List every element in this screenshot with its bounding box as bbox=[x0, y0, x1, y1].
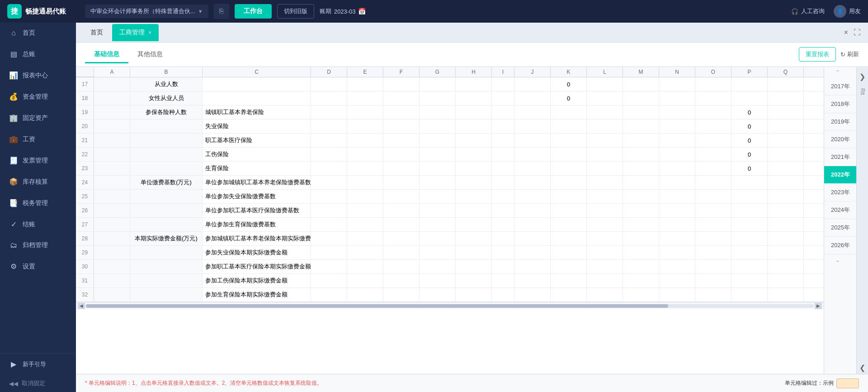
cell-27-j[interactable] bbox=[514, 218, 551, 231]
cell-18-c[interactable] bbox=[203, 91, 311, 105]
cell-18-i[interactable] bbox=[492, 91, 514, 105]
cell-26-b[interactable] bbox=[130, 204, 203, 217]
cell-28-e[interactable] bbox=[347, 232, 383, 245]
scroll-right-button[interactable]: ▶ bbox=[815, 303, 822, 309]
cell-30-i[interactable] bbox=[492, 260, 514, 273]
cell-20-i[interactable] bbox=[492, 120, 514, 133]
cell-19-m[interactable] bbox=[623, 105, 659, 119]
window-close-icon[interactable]: × bbox=[844, 29, 848, 37]
cell-21-o[interactable] bbox=[695, 134, 731, 147]
sub-tab-other[interactable]: 其他信息 bbox=[128, 47, 172, 63]
cell-28-q[interactable] bbox=[768, 232, 804, 245]
cell-22-m[interactable] bbox=[623, 148, 659, 161]
cell-20-a[interactable] bbox=[94, 120, 130, 133]
cell-19-g[interactable] bbox=[420, 105, 456, 119]
cell-21-g[interactable] bbox=[420, 134, 456, 147]
cell-22-p[interactable]: 0 bbox=[731, 148, 768, 161]
year-item-2025[interactable]: 2025年 bbox=[824, 219, 856, 237]
cell-17-n[interactable] bbox=[659, 77, 695, 91]
cell-27-d[interactable] bbox=[311, 218, 347, 231]
cell-27-f[interactable] bbox=[383, 218, 420, 231]
cell-26-o[interactable] bbox=[695, 204, 731, 217]
cell-25-g[interactable] bbox=[420, 190, 456, 203]
cell-22-h[interactable] bbox=[456, 148, 492, 161]
cell-27-n[interactable] bbox=[659, 218, 695, 231]
cell-29-b[interactable] bbox=[130, 246, 203, 259]
cell-30-q[interactable] bbox=[768, 260, 804, 273]
cell-28-g[interactable] bbox=[420, 232, 456, 245]
cell-18-p[interactable] bbox=[731, 91, 768, 105]
cell-18-m[interactable] bbox=[623, 91, 659, 105]
cell-19-c[interactable]: 城镇职工基本养老保险 bbox=[203, 105, 311, 119]
cell-23-h[interactable] bbox=[456, 162, 492, 175]
cell-31-d[interactable] bbox=[311, 274, 347, 287]
cell-29-f[interactable] bbox=[383, 246, 420, 259]
cell-28-p[interactable] bbox=[731, 232, 768, 245]
cell-24-j[interactable] bbox=[514, 176, 551, 189]
cell-21-l[interactable] bbox=[587, 134, 623, 147]
cell-17-d[interactable] bbox=[311, 77, 347, 91]
cell-32-e[interactable] bbox=[347, 288, 383, 301]
cell-24-l[interactable] bbox=[587, 176, 623, 189]
cell-23-k[interactable] bbox=[551, 162, 587, 175]
cell-19-l[interactable] bbox=[587, 105, 623, 119]
cell-19-b[interactable]: 参保各险种人数 bbox=[130, 105, 203, 119]
cell-18-q[interactable] bbox=[768, 91, 804, 105]
cell-31-e[interactable] bbox=[347, 274, 383, 287]
cell-28-d[interactable] bbox=[311, 232, 347, 245]
cell-17-e[interactable] bbox=[347, 77, 383, 91]
sidebar-item-payroll[interactable]: 💼 工资 bbox=[0, 129, 76, 150]
sidebar-item-guide[interactable]: ▶ 新手引导 bbox=[0, 354, 76, 375]
cell-28-a[interactable] bbox=[94, 232, 130, 245]
cell-23-p[interactable]: 0 bbox=[731, 162, 768, 175]
cell-29-l[interactable] bbox=[587, 246, 623, 259]
cell-19-f[interactable] bbox=[383, 105, 420, 119]
cell-23-n[interactable] bbox=[659, 162, 695, 175]
cell-17-p[interactable] bbox=[731, 77, 768, 91]
cell-25-j[interactable] bbox=[514, 190, 551, 203]
cell-21-i[interactable] bbox=[492, 134, 514, 147]
year-item-2026[interactable]: 2026年 bbox=[824, 237, 856, 254]
cell-22-l[interactable] bbox=[587, 148, 623, 161]
cell-20-d[interactable] bbox=[311, 120, 347, 133]
cell-28-n[interactable] bbox=[659, 232, 695, 245]
cell-32-b[interactable] bbox=[130, 288, 203, 301]
cell-26-i[interactable] bbox=[492, 204, 514, 217]
cell-28-b[interactable]: 本期实际缴费金额(万元) bbox=[130, 232, 203, 245]
cell-17-a[interactable] bbox=[94, 77, 130, 91]
cell-17-j[interactable] bbox=[514, 77, 551, 91]
cell-24-c[interactable]: 单位参加城镇职工基本养老保险缴费基数 bbox=[203, 176, 311, 189]
window-expand-icon[interactable]: ⛶ bbox=[854, 29, 861, 37]
sub-tab-basic[interactable]: 基础信息 bbox=[85, 47, 128, 63]
consult-area[interactable]: 🎧 人工咨询 bbox=[791, 7, 825, 15]
cell-26-q[interactable] bbox=[768, 204, 804, 217]
cell-19-a[interactable] bbox=[94, 105, 130, 119]
cell-24-n[interactable] bbox=[659, 176, 695, 189]
cell-29-h[interactable] bbox=[456, 246, 492, 259]
cell-25-k[interactable] bbox=[551, 190, 587, 203]
cell-19-p[interactable]: 0 bbox=[731, 105, 768, 119]
cell-20-c[interactable]: 失业保险 bbox=[203, 120, 311, 133]
cell-28-j[interactable] bbox=[514, 232, 551, 245]
cell-32-m[interactable] bbox=[623, 288, 659, 301]
cell-25-h[interactable] bbox=[456, 190, 492, 203]
year-item-2018[interactable]: 2018年 bbox=[824, 96, 856, 113]
cell-26-d[interactable] bbox=[311, 204, 347, 217]
cell-20-q[interactable] bbox=[768, 120, 804, 133]
cell-24-p[interactable] bbox=[731, 176, 768, 189]
cell-28-k[interactable] bbox=[551, 232, 587, 245]
cell-21-k[interactable] bbox=[551, 134, 587, 147]
cell-17-g[interactable] bbox=[420, 77, 456, 91]
cell-28-h[interactable] bbox=[456, 232, 492, 245]
cell-26-n[interactable] bbox=[659, 204, 695, 217]
cell-18-a[interactable] bbox=[94, 91, 130, 105]
cell-25-d[interactable] bbox=[311, 190, 347, 203]
calendar-icon[interactable]: 📅 bbox=[358, 8, 366, 15]
cell-31-n[interactable] bbox=[659, 274, 695, 287]
copy-button[interactable]: ⎘ bbox=[214, 4, 229, 19]
cell-25-e[interactable] bbox=[347, 190, 383, 203]
cell-18-j[interactable] bbox=[514, 91, 551, 105]
cell-26-p[interactable] bbox=[731, 204, 768, 217]
cell-22-q[interactable] bbox=[768, 148, 804, 161]
sidebar-item-inventory[interactable]: 📦 库存核算 bbox=[0, 171, 76, 192]
